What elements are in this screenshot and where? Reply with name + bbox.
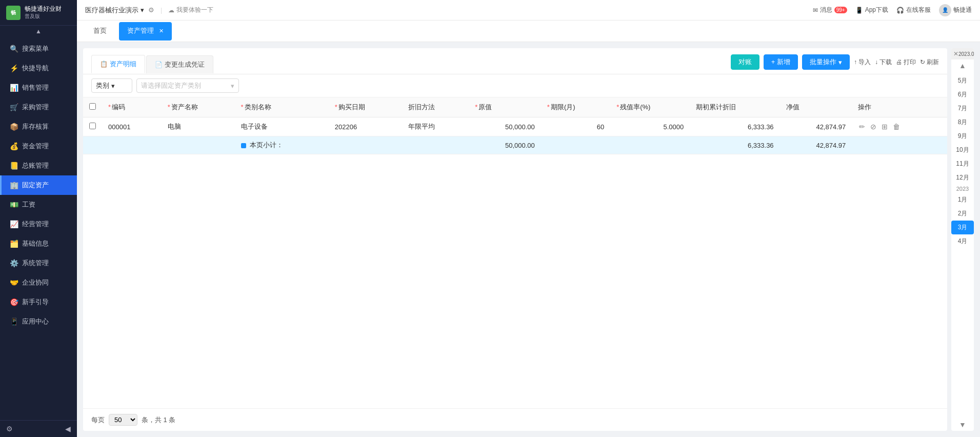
headset-icon: 🎧 [896, 7, 904, 14]
sidebar-icon: 🛒 [10, 103, 18, 111]
sidebar-item-总账管理[interactable]: 📒 总账管理 [0, 156, 77, 175]
row-checkbox-cell [83, 117, 102, 136]
col-depreciation: 折旧方法 [402, 97, 469, 117]
download-button[interactable]: ↓ 下载 [875, 58, 892, 67]
tab-asset-management[interactable]: 资产管理 ✕ [119, 22, 172, 41]
cell-original-value: 50,000.00 [469, 117, 541, 136]
calendar-month-4月[interactable]: 4月 [951, 234, 974, 248]
content-area: 📋 资产明细 📄 变更生成凭证 对账 + 新增 [77, 42, 980, 437]
sidebar-item-工资[interactable]: 💵 工资 [0, 195, 77, 214]
experience-btn[interactable]: ☁ 我要体验一下 [168, 6, 213, 14]
delete-button[interactable]: 🗑 [892, 122, 901, 132]
sidebar-scroll-up[interactable]: ▲ [0, 26, 77, 37]
sidebar-item-label: 采购管理 [22, 103, 49, 112]
category-input[interactable]: 请选择固定资产类别 ▾ [136, 78, 239, 93]
copy-button[interactable]: ⊞ [881, 122, 889, 132]
user-menu[interactable]: 👤 畅捷通 [939, 4, 972, 16]
calendar-month-prev-9月[interactable]: 9月 [951, 129, 974, 143]
calendar-month-prev-5月[interactable]: 5月 [951, 74, 974, 88]
calendar-month-prev-6月[interactable]: 6月 [951, 88, 974, 102]
messages-btn[interactable]: ✉ 消息 99+ [813, 6, 847, 14]
calendar-month-prev-11月[interactable]: 11月 [951, 157, 974, 171]
col-category: *类别名称 [235, 97, 329, 117]
collapse-icon[interactable]: ◀ [65, 425, 71, 433]
sidebar-item-应用中心[interactable]: 📱 应用中心 [0, 312, 77, 331]
select-all-checkbox[interactable] [89, 103, 96, 110]
sidebar-item-基础信息[interactable]: 🗂️ 基础信息 [0, 234, 77, 253]
right-panel: ✕ 2023.03 ⤢ ▲ 5月6月7月8月9月10月11月12月20231月2… [951, 48, 974, 431]
export-button[interactable]: ↑ 导入 [854, 58, 871, 67]
disable-button[interactable]: ⊘ [869, 122, 877, 132]
sidebar-item-新手引导[interactable]: 🎯 新手引导 [0, 292, 77, 312]
page-content: 📋 资产明细 📄 变更生成凭证 对账 + 新增 [83, 48, 947, 431]
tab-home[interactable]: 首页 [85, 22, 115, 41]
calendar-up-nav[interactable]: ▲ [959, 59, 966, 72]
col-name: *资产名称 [162, 97, 235, 117]
sidebar-item-label: 系统管理 [22, 259, 49, 268]
calendar-month-3月[interactable]: 3月 [951, 221, 974, 234]
sidebar-icon: 📊 [10, 84, 18, 92]
edit-button[interactable]: ✏ [858, 122, 866, 132]
sidebar-item-资金管理[interactable]: 💰 资金管理 [0, 136, 77, 156]
tab-close-icon[interactable]: ✕ [159, 28, 164, 34]
col-purchase-date: *购买日期 [329, 97, 402, 117]
row-checkbox[interactable] [89, 123, 96, 129]
cell-purchase-date: 202206 [329, 117, 402, 136]
refresh-button[interactable]: ↻ 刷新 [920, 58, 939, 67]
refresh-icon: ↻ [920, 58, 925, 66]
download-icon: 📱 [855, 7, 863, 14]
calendar-month-prev-12月[interactable]: 12月 [951, 171, 974, 185]
sidebar-item-采购管理[interactable]: 🛒 采购管理 [0, 97, 77, 117]
new-button[interactable]: + 新增 [764, 54, 798, 70]
messages-badge: 99+ [834, 7, 847, 13]
panel-close-icon[interactable]: ✕ [953, 50, 958, 57]
subtab-change-voucher[interactable]: 📄 变更生成凭证 [146, 55, 213, 73]
col-net-value: 净值 [780, 97, 852, 117]
calendar-down-nav[interactable]: ▼ [959, 419, 966, 431]
calendar-year-marker: 2023 [954, 185, 971, 193]
sidebar-item-经营管理[interactable]: 📈 经营管理 [0, 214, 77, 234]
download-icon: ↓ [875, 58, 878, 66]
sidebar-icon: 🗂️ [10, 240, 18, 248]
sidebar-item-label: 经营管理 [22, 220, 49, 229]
sidebar-item-label: 搜索菜单 [22, 44, 49, 53]
calendar-month-2月[interactable]: 2月 [951, 207, 974, 221]
calendar-month-prev-10月[interactable]: 10月 [951, 143, 974, 157]
subtab-asset-detail[interactable]: 📋 资产明细 [91, 55, 145, 73]
print-button[interactable]: 🖨 打印 [896, 58, 916, 67]
sidebar-icon: 📱 [10, 317, 18, 326]
calendar-month-prev-8月[interactable]: 8月 [951, 115, 974, 129]
tabbar: 首页 资产管理 ✕ [77, 21, 980, 42]
online-service-btn[interactable]: 🎧 在线客服 [896, 6, 931, 14]
sidebar-item-搜索菜单[interactable]: 🔍 搜索菜单 [0, 39, 77, 58]
category-type-select[interactable]: 类别 ▾ [91, 78, 132, 93]
export-icon: ↑ [854, 58, 857, 66]
topbar-right: ✉ 消息 99+ 📱 App下载 🎧 在线客服 👤 畅捷通 [813, 4, 972, 16]
sidebar-item-企业协同[interactable]: 🤝 企业协同 [0, 273, 77, 292]
filter-row: 类别 ▾ 请选择固定资产类别 ▾ [83, 74, 947, 97]
col-actions: 操作 [852, 97, 947, 117]
sidebar-item-label: 总账管理 [22, 161, 49, 170]
calendar-month-1月[interactable]: 1月 [951, 193, 974, 207]
right-panel-header: ✕ 2023.03 ⤢ [951, 48, 974, 59]
sidebar-icon: 📈 [10, 220, 18, 228]
cell-name: 电脑 [162, 117, 235, 136]
cell-net-value: 42,874.97 [780, 117, 852, 136]
sidebar-item-销售管理[interactable]: 📊 销售管理 [0, 78, 77, 97]
col-period: *期限(月) [541, 97, 610, 117]
settings-icon[interactable]: ⚙ [6, 425, 13, 433]
duizhang-button[interactable]: 对账 [731, 54, 759, 70]
page-size-select[interactable]: 50 100 [109, 414, 137, 426]
sidebar-item-库存核算[interactable]: 📦 库存核算 [0, 117, 77, 136]
sidebar-item-固定资产[interactable]: 🏢 固定资产 [0, 175, 77, 195]
company-selector[interactable]: 医疗器械行业演示 ▾ [85, 6, 144, 15]
sidebar-item-快捷导航[interactable]: ⚡ 快捷导航 [0, 58, 77, 78]
batch-button[interactable]: 批量操作 ▾ [802, 54, 850, 70]
cell-residual-rate: 5.0000 [610, 117, 690, 136]
app-download-btn[interactable]: 📱 App下载 [855, 6, 888, 14]
settings-icon[interactable]: ⚙ [148, 6, 154, 14]
avatar: 👤 [939, 4, 951, 16]
sidebar-item-系统管理[interactable]: ⚙️ 系统管理 [0, 253, 77, 273]
calendar-month-prev-7月[interactable]: 7月 [951, 102, 974, 115]
asset-table-wrap: *编码 *资产名称 *类别名称 *购买日期 折旧方法 *原值 *期限(月) *残… [83, 97, 947, 408]
